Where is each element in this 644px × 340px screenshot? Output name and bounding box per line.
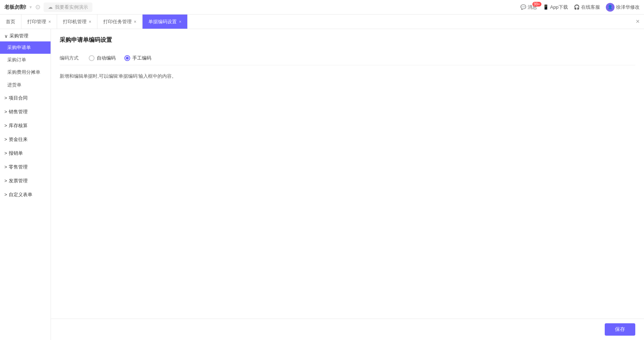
- app-download-button[interactable]: 📱 App下载: [543, 4, 568, 11]
- auto-code-label: 自动编码: [97, 55, 116, 61]
- close-all-tabs[interactable]: ×: [631, 18, 644, 25]
- sidebar-group-expense[interactable]: > 报销单: [0, 146, 51, 160]
- content-inner: 采购申请单编码设置 编码方式 自动编码 手工编码 新增和编辑单据时,可以编辑'单…: [51, 29, 644, 319]
- chevron-right-icon: >: [4, 109, 7, 114]
- content-footer: 保存: [51, 319, 644, 340]
- page-title: 采购申请单编码设置: [60, 36, 635, 44]
- chevron-right-icon: >: [4, 150, 7, 156]
- message-icon: 💬: [520, 4, 526, 10]
- encoding-form-row: 编码方式 自动编码 手工编码: [60, 51, 635, 65]
- close-tab-print-task-management[interactable]: ×: [134, 19, 136, 24]
- manual-code-option[interactable]: 手工编码: [124, 55, 151, 61]
- description-text: 新增和编辑单据时,可以编辑'单据编码'输入框中的内容。: [60, 73, 635, 80]
- auto-code-radio[interactable]: [89, 55, 95, 61]
- message-button[interactable]: 💬 消息 99+: [520, 4, 537, 11]
- search-text: 我要看实例演示: [55, 4, 88, 11]
- search-icon: ☁: [48, 4, 53, 10]
- sidebar-item-purchase-receipt[interactable]: 进货单: [0, 79, 51, 91]
- message-badge: 99+: [532, 2, 541, 7]
- close-tab-printer-management[interactable]: ×: [89, 19, 91, 24]
- headset-icon: 🎧: [574, 4, 580, 10]
- sidebar-group-sales[interactable]: > 销售管理: [0, 105, 51, 119]
- manual-code-label: 手工编码: [132, 55, 151, 61]
- app-logo: 老板勿割!: [4, 4, 27, 11]
- chevron-right-icon: >: [4, 123, 7, 128]
- sidebar-item-purchase-expense[interactable]: 采购费用分摊单: [0, 66, 51, 78]
- sidebar-group-custom-form[interactable]: > 自定义表单: [0, 188, 51, 202]
- online-service-button[interactable]: 🎧 在线客服: [574, 4, 600, 11]
- tab-print-task-management[interactable]: 打印任务管理 ×: [97, 15, 143, 29]
- sidebar: ∨ 采购管理 采购申请单 采购订单 采购费用分摊单 进货单 > 项目合同 > 销…: [0, 29, 51, 340]
- chevron-right-icon: >: [4, 164, 7, 170]
- tab-printer-management[interactable]: 打印机管理 ×: [57, 15, 97, 29]
- chevron-right-icon: >: [4, 178, 7, 183]
- top-bar-left: 老板勿割! ▾ ⚙ ☁ 我要看实例演示: [4, 3, 92, 12]
- sidebar-item-purchase-requisition[interactable]: 采购申请单: [0, 41, 51, 54]
- close-tab-encoding-settings[interactable]: ×: [179, 19, 181, 24]
- avatar-icon: 👤: [608, 5, 613, 9]
- top-bar-right: 💬 消息 99+ 📱 App下载 🎧 在线客服 👤 徐泽华修改: [520, 3, 640, 12]
- sidebar-group-purchase[interactable]: ∨ 采购管理: [0, 29, 51, 41]
- chevron-right-icon: >: [4, 137, 7, 142]
- content-area: 采购申请单编码设置 编码方式 自动编码 手工编码 新增和编辑单据时,可以编辑'单…: [51, 29, 644, 340]
- sidebar-group-funds[interactable]: > 资金往来: [0, 133, 51, 146]
- encoding-label: 编码方式: [60, 55, 89, 61]
- user-menu[interactable]: 👤 徐泽华修改: [606, 3, 640, 12]
- tab-encoding-settings[interactable]: 单据编码设置 ×: [143, 15, 188, 29]
- sidebar-group-inventory[interactable]: > 库存核算: [0, 119, 51, 133]
- encoding-radios: 自动编码 手工编码: [89, 55, 151, 61]
- tab-bar: 首页 打印管理 × 打印机管理 × 打印任务管理 × 单据编码设置 × ×: [0, 15, 644, 29]
- sidebar-group-project-contract[interactable]: > 项目合同: [0, 91, 51, 105]
- save-button[interactable]: 保存: [605, 323, 635, 336]
- avatar: 👤: [606, 3, 615, 12]
- sidebar-group-retail[interactable]: > 零售管理: [0, 160, 51, 174]
- chevron-right-icon: >: [4, 192, 7, 197]
- tab-home[interactable]: 首页: [0, 15, 21, 29]
- search-bar[interactable]: ☁ 我要看实例演示: [44, 3, 92, 12]
- close-tab-print-management[interactable]: ×: [48, 19, 51, 24]
- top-bar: 老板勿割! ▾ ⚙ ☁ 我要看实例演示 💬 消息 99+ 📱 App下载 🎧 在…: [0, 0, 644, 15]
- chevron-right-icon: >: [4, 95, 7, 101]
- manual-code-radio[interactable]: [124, 55, 130, 61]
- app-icon: 📱: [543, 4, 549, 10]
- tab-print-management[interactable]: 打印管理 ×: [21, 15, 57, 29]
- auto-code-option[interactable]: 自动编码: [89, 55, 116, 61]
- sidebar-item-purchase-order[interactable]: 采购订单: [0, 54, 51, 66]
- sidebar-group-invoice[interactable]: > 发票管理: [0, 174, 51, 188]
- chevron-down-icon: ∨: [4, 33, 8, 39]
- main-layout: ∨ 采购管理 采购申请单 采购订单 采购费用分摊单 进货单 > 项目合同 > 销…: [0, 29, 644, 340]
